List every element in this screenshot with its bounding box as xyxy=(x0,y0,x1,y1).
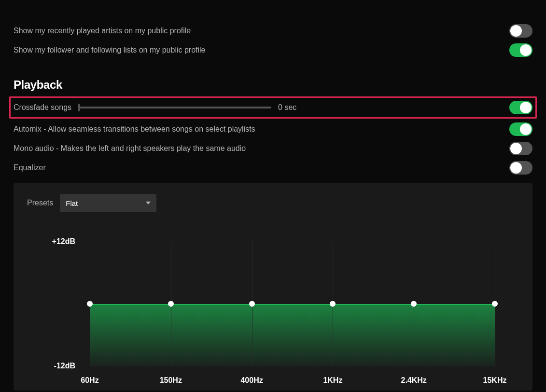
setting-label: Show my recently played artists on my pu… xyxy=(14,27,191,35)
crossfade-value: 0 sec xyxy=(278,103,296,112)
setting-label: Mono audio - Makes the left and right sp… xyxy=(14,144,246,153)
eq-band-handle[interactable] xyxy=(87,301,93,307)
setting-equalizer: Equalizer xyxy=(14,158,532,177)
setting-label: Equalizer xyxy=(14,163,46,172)
toggle-mono-audio[interactable] xyxy=(509,142,532,155)
playback-heading: Playback xyxy=(14,78,532,92)
equalizer-graph: +12dB -12dB 60Hz150Hz400Hz1KHz2.4KHz15KH… xyxy=(42,241,519,386)
eq-x-label: 60Hz xyxy=(81,376,98,385)
toggle-crossfade[interactable] xyxy=(509,101,532,114)
crossfade-slider[interactable] xyxy=(78,107,271,108)
chevron-down-icon xyxy=(146,202,151,204)
eq-band-handle[interactable] xyxy=(492,301,498,307)
setting-label: Show my follower and following lists on … xyxy=(14,46,206,54)
setting-mono-audio: Mono audio - Makes the left and right sp… xyxy=(14,139,532,158)
eq-band-handle[interactable] xyxy=(411,301,417,307)
eq-x-label: 150Hz xyxy=(160,376,182,385)
eq-x-axis: 60Hz150Hz400Hz1KHz2.4KHz15KHz xyxy=(90,376,495,386)
setting-follower-lists: Show my follower and following lists on … xyxy=(14,41,532,60)
eq-x-label: 400Hz xyxy=(240,376,263,385)
setting-automix: Automix - Allow seamless transitions bet… xyxy=(14,120,532,139)
setting-label: Crossfade songs xyxy=(14,103,71,112)
setting-recent-artists: Show my recently played artists on my pu… xyxy=(14,21,532,41)
eq-y-top-label: +12dB xyxy=(52,237,75,246)
crossfade-highlight: Crossfade songs 0 sec xyxy=(9,96,537,119)
eq-band-handle[interactable] xyxy=(249,301,255,307)
preset-selected-value: Flat xyxy=(66,199,78,207)
eq-x-label: 1KHz xyxy=(323,376,342,385)
toggle-equalizer[interactable] xyxy=(509,161,532,175)
toggle-recent-artists[interactable] xyxy=(509,24,532,38)
eq-midline xyxy=(61,304,524,304)
toggle-automix[interactable] xyxy=(509,122,532,136)
eq-x-label: 15KHz xyxy=(483,376,507,385)
presets-label: Presets xyxy=(27,199,53,207)
equalizer-panel: Presets Flat +12dB -12dB 60Hz150Hz400Hz1… xyxy=(14,183,532,391)
setting-label: Automix - Allow seamless transitions bet… xyxy=(14,125,255,134)
eq-y-bottom-label: -12dB xyxy=(54,362,75,370)
eq-chart-area xyxy=(90,241,495,366)
eq-band-handle[interactable] xyxy=(330,301,336,307)
crossfade-slider-thumb[interactable] xyxy=(78,104,80,111)
eq-band-handle[interactable] xyxy=(168,301,174,307)
toggle-follower-lists[interactable] xyxy=(509,43,532,57)
setting-crossfade: Crossfade songs 0 sec xyxy=(14,100,532,115)
preset-select[interactable]: Flat xyxy=(60,194,156,212)
eq-x-label: 2.4KHz xyxy=(401,376,427,385)
eq-fill xyxy=(90,304,495,366)
presets-row: Presets Flat xyxy=(27,194,519,212)
